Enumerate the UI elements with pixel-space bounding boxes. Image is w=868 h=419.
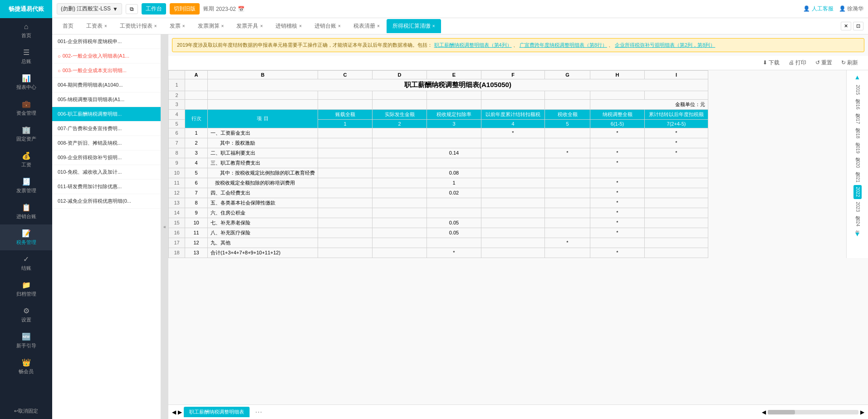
close-tab-invoice[interactable]: × [182, 24, 185, 29]
cell-18-E[interactable]: * [427, 248, 481, 258]
cell-6-C[interactable] [318, 128, 373, 138]
sidebar-item-checkout[interactable]: ✓ 结账 [0, 250, 52, 276]
tab-salary-report[interactable]: 工资统计报表 × [114, 19, 163, 33]
scroll-left-icon[interactable]: ◀ [762, 409, 766, 415]
cell-16-H[interactable]: * [590, 228, 645, 238]
left-item-004[interactable]: 004-期间费用明细表(A1040... [52, 78, 161, 93]
cell-17-B[interactable]: 九、其他 [208, 238, 318, 248]
cell-14-A[interactable]: 9 [185, 208, 208, 218]
left-item-010[interactable]: 010-免税、减收收入及加计... [52, 165, 161, 180]
cell-12-I[interactable] [645, 188, 708, 198]
year-2017[interactable]: 2017年 [853, 112, 862, 126]
collapse-button[interactable]: « [161, 34, 168, 419]
sheet-menu[interactable]: ⋯ [251, 408, 266, 416]
close-tab-tax-table[interactable]: × [377, 24, 380, 29]
cell-15-A[interactable]: 10 [185, 218, 208, 228]
cell-16-C[interactable] [318, 228, 373, 238]
cell-6-A[interactable]: 1 [185, 128, 208, 138]
cell-6-B[interactable]: 一、工资薪金支出 [208, 128, 318, 138]
close-tab-sales-check[interactable]: × [299, 24, 302, 29]
cell-15-F[interactable] [481, 218, 545, 228]
cell-9-I[interactable] [645, 158, 708, 168]
cell-17-A[interactable]: 12 [185, 238, 208, 248]
tab-income-tax[interactable]: 所得税汇算清缴 × [387, 19, 441, 33]
cell-14-H[interactable]: * [590, 208, 645, 218]
cell-6-F[interactable]: * [481, 128, 545, 138]
cell-13-H[interactable]: * [590, 198, 645, 208]
cell-16-I[interactable] [645, 228, 708, 238]
cell-14-E[interactable] [427, 208, 481, 218]
cell-11-H[interactable]: * [590, 178, 645, 188]
cell-16-F[interactable] [481, 228, 545, 238]
cell-6-H[interactable]: * [590, 128, 645, 138]
cell-7-B[interactable]: 其中：股权激励 [208, 138, 318, 148]
print-button[interactable]: 🖨 打印 [786, 58, 809, 68]
cell-8-I[interactable]: * [645, 148, 708, 158]
cell-6-D[interactable] [373, 128, 427, 138]
left-item-005[interactable]: 005-纳税调整项目明细表(A1... [52, 93, 161, 107]
cell-14-C[interactable] [318, 208, 373, 218]
cell-14-D[interactable] [373, 208, 427, 218]
cell-16-G[interactable] [545, 228, 590, 238]
cell-8-F[interactable] [481, 148, 545, 158]
cell-17-C[interactable] [318, 238, 373, 248]
cell-11-G[interactable] [545, 178, 590, 188]
cell-13-D[interactable] [373, 198, 427, 208]
cell-17-F[interactable] [481, 238, 545, 248]
cell-17-H[interactable] [590, 238, 645, 248]
close-tab-income-tax[interactable]: × [432, 24, 435, 29]
left-item-009[interactable]: 009-企业所得税弥补亏损明... [52, 151, 161, 165]
cell-12-D[interactable] [373, 188, 427, 198]
cell-12-B[interactable]: 四、工会经费支出 [208, 188, 318, 198]
cell-12-E[interactable]: 0.02 [427, 188, 481, 198]
cell-6-G[interactable] [545, 128, 590, 138]
cell-18-D[interactable] [373, 248, 427, 258]
download-button[interactable]: ⬇ 下载 [760, 58, 782, 68]
cell-10-C[interactable] [318, 168, 373, 178]
cell-15-D[interactable] [373, 218, 427, 228]
cell-8-B[interactable]: 二、职工福利要支出 [208, 148, 318, 158]
cell-1-A[interactable] [185, 79, 208, 91]
cell-11-C[interactable] [318, 178, 373, 188]
cell-18-F[interactable] [481, 248, 545, 258]
cell-12-A[interactable]: 7 [185, 188, 208, 198]
cell-9-H[interactable]: * [590, 158, 645, 168]
sidebar-item-guide[interactable]: 🆕 新手引导 [0, 328, 52, 354]
cell-17-E[interactable] [427, 238, 481, 248]
cell-8-G[interactable]: * [545, 148, 590, 158]
cell-18-A[interactable]: 13 [185, 248, 208, 258]
close-tab-invoice-issue[interactable]: × [260, 24, 263, 29]
cell-10-B[interactable]: 其中：按税收规定比例扣除的职工教育经费 [208, 168, 318, 178]
left-item-003[interactable]: 003-一般企业成本支出明细... [52, 63, 161, 78]
cell-10-A[interactable]: 5 [185, 168, 208, 178]
cell-7-C[interactable] [318, 138, 373, 148]
sidebar-item-fixed-asset[interactable]: 🏢 固定资产 [0, 121, 52, 147]
tab-tax-table[interactable]: 税表清册 × [348, 19, 386, 33]
year-2015[interactable]: 2015年 [853, 83, 862, 97]
left-item-008[interactable]: 008-资产折旧、摊销及纳税... [52, 136, 161, 151]
cell-15-G[interactable] [545, 218, 590, 228]
switch-button[interactable]: 切到旧版 [170, 3, 200, 15]
close-tab-salary[interactable]: × [104, 24, 107, 29]
cell-14-B[interactable]: 六、住房公积金 [208, 208, 318, 218]
company-dropdown-icon[interactable]: ▼ [113, 6, 118, 12]
year-nav-down[interactable]: ▼ [853, 229, 862, 239]
notice-link-1[interactable]: 职工薪酬纳税调整明细表（第4列） [434, 42, 512, 48]
cell-18-I[interactable] [645, 248, 708, 258]
notice-link-2[interactable]: 广宣费跨年度纳税调整明细表（第8行） [520, 42, 607, 48]
cell-17-I[interactable] [645, 238, 708, 248]
cell-12-H[interactable]: * [590, 188, 645, 198]
cell-15-H[interactable]: * [590, 218, 645, 228]
company-selector[interactable]: (勿删) 江西般宝-LSS ▼ [57, 3, 122, 15]
cell-7-G[interactable] [545, 138, 590, 148]
cell-12-G[interactable] [545, 188, 590, 198]
year-2023[interactable]: 2023年 [853, 200, 862, 214]
sidebar-item-invoice-mgmt[interactable]: 🧾 发票管理 [0, 173, 52, 199]
cell-9-C[interactable] [318, 158, 373, 168]
cell-16-B[interactable]: 八、补充医疗保险 [208, 228, 318, 238]
year-2020[interactable]: 2020年 [853, 156, 862, 170]
cell-16-A[interactable]: 11 [185, 228, 208, 238]
calendar-icon[interactable]: 📅 [238, 6, 245, 12]
cell-6-I[interactable]: * [645, 128, 708, 138]
cell-15-C[interactable] [318, 218, 373, 228]
